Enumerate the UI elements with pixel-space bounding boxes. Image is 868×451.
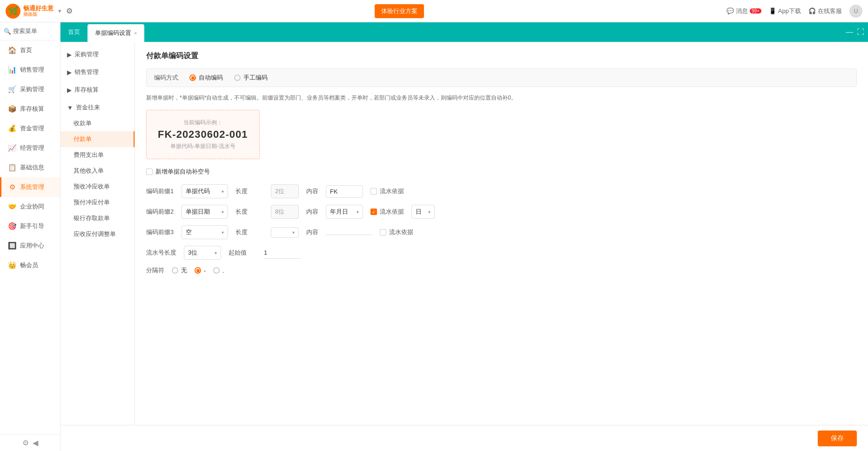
auto-code-radio-btn[interactable] bbox=[189, 74, 196, 81]
row3-content-label: 内容 bbox=[306, 228, 318, 236]
sep-dot-radio[interactable] bbox=[213, 267, 220, 274]
left-nav-item-prepay-recv[interactable]: 预收冲应收单 bbox=[61, 179, 135, 195]
separator-label: 分隔符 bbox=[146, 266, 164, 275]
tab-close-icon[interactable]: × bbox=[134, 30, 137, 36]
sidebar-item-inventory[interactable]: 📦 库存核算 bbox=[0, 99, 60, 119]
serial-length-select[interactable]: 3位 ▾ bbox=[184, 246, 221, 260]
left-nav-header-purchase[interactable]: ▶ 采购管理 bbox=[61, 47, 135, 62]
row3-length-select[interactable]: ▾ bbox=[271, 227, 299, 238]
message-label: 消息 bbox=[736, 7, 748, 15]
left-nav-group-inventory: ▶ 库存核算 bbox=[61, 82, 135, 98]
left-nav-item-receipt[interactable]: 收款单 bbox=[61, 115, 135, 131]
sep-dash-radio[interactable] bbox=[195, 267, 201, 274]
sidebar-item-guide[interactable]: 🎯 新手引导 bbox=[0, 216, 60, 236]
message-badge: 99+ bbox=[750, 8, 761, 13]
app-download[interactable]: 📱 App下载 bbox=[769, 7, 801, 15]
row1-stream-checkbox[interactable]: 流水依据 bbox=[370, 187, 404, 195]
content-area: ▶ 采购管理 ▶ 销售管理 ▶ 库存核算 bbox=[61, 42, 868, 451]
left-nav-item-adjust[interactable]: 应收应付调整单 bbox=[61, 226, 135, 242]
row3-stream-label: 流水依据 bbox=[389, 228, 413, 236]
sidebar-item-system[interactable]: ⚙ 系统管理 bbox=[0, 177, 60, 197]
sidebar-item-operation[interactable]: 📈 经营管理 bbox=[0, 138, 60, 158]
auto-fill-label: 新增单据自动补空号 bbox=[155, 168, 210, 176]
sep-dash[interactable]: - bbox=[195, 267, 206, 274]
message-icon: 💬 bbox=[727, 7, 734, 14]
left-nav-item-bank[interactable]: 银行存取款单 bbox=[61, 210, 135, 226]
appcenter-icon: 🔲 bbox=[8, 242, 16, 250]
hint-text: 新增单据时，*单据编码*自动生成，不可编辑。前缀设置为部门、业务员等档案类，开单… bbox=[146, 94, 857, 102]
left-nav-arrow-sales: ▶ bbox=[67, 69, 72, 76]
online-service[interactable]: 🎧 在线客服 bbox=[808, 7, 842, 15]
save-button[interactable]: 保存 bbox=[818, 431, 857, 446]
left-nav-arrow-fund: ▼ bbox=[67, 104, 73, 111]
tab-home[interactable]: 首页 bbox=[61, 22, 87, 42]
sidebar-item-member[interactable]: 👑 畅会员 bbox=[0, 256, 60, 275]
row1-prefix-select[interactable]: 单据代码 ▾ bbox=[182, 184, 228, 198]
sidebar-item-label: 新手引导 bbox=[20, 222, 44, 230]
row1-length-input: 2位 bbox=[271, 184, 299, 198]
auto-code-radio[interactable]: 自动编码 bbox=[189, 74, 223, 82]
sidebar-search[interactable]: 🔍 搜索菜单 bbox=[0, 22, 60, 40]
row3-prefix-select[interactable]: 空 ▾ bbox=[182, 225, 228, 239]
left-nav-item-payment[interactable]: 付款单 bbox=[61, 131, 135, 147]
serial-length-label: 流水号长度 bbox=[146, 249, 176, 257]
sep-dot[interactable]: . bbox=[213, 267, 224, 274]
row2-stream-check[interactable]: ✓ bbox=[370, 209, 377, 215]
logo-sub: 插曲版 bbox=[23, 12, 54, 17]
maximize-icon[interactable]: ⛶ bbox=[857, 28, 864, 36]
collapse-icon[interactable]: ◀ bbox=[33, 438, 38, 447]
sep-none-radio[interactable] bbox=[172, 267, 178, 274]
row2-content-select[interactable]: 年月日 ▾ bbox=[326, 205, 363, 219]
row2-stream-checkbox[interactable]: ✓ 流水依据 bbox=[370, 208, 404, 216]
sep-none[interactable]: 无 bbox=[172, 266, 187, 275]
left-nav-item-prepay-pay[interactable]: 预付冲应付单 bbox=[61, 195, 135, 210]
top-bar-right: 💬 消息 99+ 📱 App下载 🎧 在线客服 U bbox=[727, 5, 862, 18]
message-area[interactable]: 💬 消息 99+ bbox=[727, 7, 761, 15]
sidebar-item-basic[interactable]: 📋 基础信息 bbox=[0, 158, 60, 177]
left-nav-arrow-purchase: ▶ bbox=[67, 51, 72, 58]
left-nav-header-inventory[interactable]: ▶ 库存核算 bbox=[61, 82, 135, 98]
row3-stream-checkbox[interactable]: 流水依据 bbox=[380, 228, 413, 236]
sidebar-item-label: 资金管理 bbox=[20, 124, 44, 133]
row3-length-arrow: ▾ bbox=[292, 230, 295, 235]
auto-fill-row: 新增单据自动补空号 bbox=[146, 168, 857, 176]
enterprise-icon: 🤝 bbox=[8, 202, 16, 211]
sidebar-item-purchase[interactable]: 🛒 采购管理 bbox=[0, 80, 60, 99]
manual-code-radio[interactable]: 手工编码 bbox=[234, 74, 268, 82]
row2-stream-unit-select[interactable]: 日 ▾ bbox=[411, 205, 435, 219]
row2-prefix-select[interactable]: 单据日期 ▾ bbox=[182, 205, 228, 219]
trial-button[interactable]: 体验行业方案 bbox=[375, 4, 424, 18]
sidebar-item-home[interactable]: 🏠 首页 bbox=[0, 40, 60, 60]
left-nav-item-expense[interactable]: 费用支出单 bbox=[61, 147, 135, 163]
sidebar-item-enterprise[interactable]: 🤝 企业协同 bbox=[0, 197, 60, 216]
row3-stream-check[interactable] bbox=[380, 229, 386, 236]
left-nav-header-sales[interactable]: ▶ 销售管理 bbox=[61, 64, 135, 80]
guide-icon: 🎯 bbox=[8, 222, 16, 230]
left-nav-header-fund[interactable]: ▼ 资金往来 bbox=[61, 100, 135, 115]
start-value-input[interactable]: 1 bbox=[264, 247, 301, 259]
row1-stream-check[interactable] bbox=[370, 188, 377, 195]
minimize-icon[interactable]: — bbox=[846, 28, 853, 36]
sidebar-item-fund[interactable]: 💰 资金管理 bbox=[0, 119, 60, 138]
code-preview-sub: 单据代码-单据日期-流水号 bbox=[170, 142, 236, 150]
row2-content-label: 内容 bbox=[306, 208, 318, 216]
settings-icon[interactable]: ⚙ bbox=[66, 7, 73, 15]
serial-length-arrow: ▾ bbox=[215, 250, 217, 256]
form-row-3: 编码前缀3 空 ▾ 长度 ▾ 内容 流水依据 bbox=[146, 225, 857, 239]
settings-bottom-icon[interactable]: ⚙ bbox=[22, 438, 29, 447]
dropdown-icon[interactable]: ▾ bbox=[58, 7, 61, 14]
tab-encoding-settings[interactable]: 单据编码设置 × bbox=[87, 24, 144, 42]
logo-text: 畅通好生意 bbox=[23, 5, 54, 12]
sidebar-menu: 🏠 首页 📊 销售管理 🛒 采购管理 📦 库存核算 💰 资金管理 📈 经 bbox=[0, 40, 60, 434]
sep-dot-label: . bbox=[222, 267, 224, 274]
sidebar-item-sales[interactable]: 📊 销售管理 bbox=[0, 60, 60, 80]
sidebar-item-appcenter[interactable]: 🔲 应用中心 bbox=[0, 236, 60, 256]
user-avatar[interactable]: U bbox=[849, 5, 862, 18]
row2-prefix-arrow: ▾ bbox=[222, 209, 224, 215]
auto-fill-checkbox[interactable] bbox=[146, 168, 153, 175]
top-bar: 🌿 畅通好生意 插曲版 ▾ ⚙ 体验行业方案 💬 消息 99+ 📱 App下载 … bbox=[0, 0, 868, 22]
row2-length-label: 长度 bbox=[236, 208, 263, 216]
manual-code-radio-btn[interactable] bbox=[234, 74, 241, 81]
left-nav-item-income[interactable]: 其他收入单 bbox=[61, 163, 135, 179]
row2-stream-unit: 日 bbox=[416, 208, 422, 216]
